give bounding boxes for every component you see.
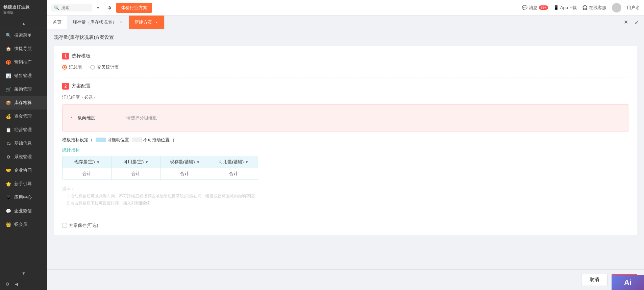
indicator-settings-bar: 模板指标设定（ 可拖动位置 不可拖动位置 ） [62, 137, 629, 143]
sidebar-scroll-down[interactable]: ▼ [22, 271, 26, 276]
indicator-settings-suffix: ） [172, 137, 177, 143]
search-input[interactable] [61, 5, 88, 10]
step2-section: 2 方案配置 汇总维度（必选） * 纵向维度 请选择分组维度 模板指标设定（ [62, 83, 629, 207]
wechat-icon: 💬 [5, 208, 11, 214]
tab-inventory-close-icon[interactable]: × [119, 20, 123, 25]
stats-col-4-label: 可用量(基辅) [219, 159, 244, 165]
sidebar: 畅赚通好生意 标准版 ▲ 🔍 搜索菜单 🏠 快捷导航 🎁 营销推广 📊 销售管理… [0, 0, 47, 290]
tab-inventory[interactable]: 现存量（库存状况表） × [67, 16, 129, 29]
expand-panel-icon[interactable]: ⤢ [633, 18, 641, 26]
stats-table-header: 现存量(主) ▾ 可用量(主) ▾ 现存量(基辅) ▾ [63, 156, 258, 168]
tab-home[interactable]: 首页 [47, 16, 67, 29]
stats-table-row-1: 合计 合计 合计 合计 [63, 168, 258, 179]
non-draggable-legend-label: 不可拖动位置 [143, 137, 170, 143]
guide-icon: 🌟 [5, 181, 11, 187]
radio-summary[interactable]: 汇总表 [62, 64, 82, 70]
member-icon: 👑 [5, 221, 11, 227]
app-download-button[interactable]: 📱 App下载 [553, 5, 577, 11]
tab-new-plan-label: 新建方案 [134, 19, 152, 25]
messages-badge: 99+ [539, 5, 548, 10]
sidebar-item-finance[interactable]: 💰 资金管理 [0, 110, 47, 123]
sidebar-item-label: 营销推广 [14, 59, 32, 65]
ai-float-button[interactable]: Ai [612, 275, 644, 290]
step1-section: 1 选择模板 汇总表 交叉统计表 [62, 53, 629, 70]
sidebar-item-label: 企业协同 [14, 167, 32, 173]
sidebar-item-member[interactable]: 👑 畅会员 [0, 218, 47, 231]
sidebar-item-marketing[interactable]: 🎁 营销推广 [0, 55, 47, 69]
radio-cross[interactable]: 交叉统计表 [90, 64, 119, 70]
tab-new-plan[interactable]: 新建方案 × [129, 16, 165, 29]
sidebar-item-guide[interactable]: 🌟 新手引导 [0, 177, 47, 191]
step2-badge: 2 [62, 83, 69, 90]
search-box: 🔍 [51, 4, 92, 11]
trial-industry-button[interactable]: 体验行业方案 [116, 3, 152, 13]
stats-cell-4: 合计 [209, 168, 258, 179]
stats-section: 统计指标 现存量(主) ▾ 可用量(主) ▾ [62, 147, 629, 180]
home-icon: 🏠 [5, 46, 11, 52]
service-label: 在线客服 [589, 5, 606, 11]
stats-cell-1: 合计 [63, 168, 112, 179]
tips-area: 提示： 1.拖动标题栏可以调整布局，不可跨维度或指标区域拖动栏目字段(只能在同一… [62, 185, 629, 207]
sidebar-item-shortcut[interactable]: 🏠 快捷导航 [0, 42, 47, 55]
tab-home-label: 首页 [53, 19, 61, 25]
radio-cross-circle [90, 65, 95, 70]
save-option-checkbox[interactable] [62, 223, 67, 228]
message-icon: 💬 [522, 5, 527, 10]
cancel-button[interactable]: 取消 [581, 274, 608, 286]
stats-col-3: 现存量(基辅) ▾ [160, 156, 209, 168]
sidebar-item-search[interactable]: 🔍 搜索菜单 [0, 28, 47, 42]
sidebar-item-label: 畅会员 [14, 221, 27, 227]
stats-col-1: 现存量(主) ▾ [63, 156, 112, 168]
sidebar-scroll-up[interactable]: ▲ [22, 21, 26, 26]
search-dropdown-icon[interactable]: ▾ [95, 4, 101, 11]
non-draggable-legend-box [132, 138, 142, 142]
sidebar-item-apps[interactable]: 📱 应用中心 [0, 191, 47, 204]
cart-icon: 🛒 [5, 86, 11, 92]
radio-cross-label: 交叉统计表 [97, 64, 119, 70]
tip-2-prefix: 2.点击标题栏下拉可设置排序、插入列和 [67, 201, 139, 206]
step2-header: 2 方案配置 [62, 83, 629, 90]
tip-1-text: 1.拖动标题栏可以调整布局，不可跨维度或指标区域拖动栏目字段(只能在同一维度或指… [62, 193, 629, 200]
tab-new-plan-close-icon[interactable]: × [154, 20, 159, 25]
collapse-footer-icon[interactable]: ◀ [15, 282, 18, 287]
stats-col-4: 可用量(基辅) ▾ [209, 156, 258, 168]
user-avatar[interactable] [612, 3, 621, 13]
sidebar-item-label: 采购管理 [14, 86, 32, 92]
sidebar-item-wechat[interactable]: 💬 企业微信 [0, 204, 47, 218]
stats-col-1-label: 现存量(主) [74, 159, 95, 165]
sidebar-item-inventory[interactable]: 📦 库存核算 [0, 96, 47, 110]
stats-col-4-dropdown-icon[interactable]: ▾ [246, 160, 248, 165]
sidebar-item-label: 销售管理 [14, 73, 32, 79]
stats-title: 统计指标 [62, 147, 629, 153]
gift-icon: 🎁 [5, 59, 11, 65]
system-icon: ⚙ [5, 154, 11, 160]
sidebar-item-purchase[interactable]: 🛒 采购管理 [0, 82, 47, 96]
sidebar-item-label: 系统管理 [14, 154, 32, 160]
close-panel-icon[interactable]: ✕ [622, 18, 630, 26]
draggable-legend-box [96, 138, 106, 142]
topbar-settings-icon[interactable] [104, 3, 114, 13]
stats-table: 现存量(主) ▾ 可用量(主) ▾ 现存量(基辅) ▾ [62, 156, 258, 180]
stats-col-2-dropdown-icon[interactable]: ▾ [146, 160, 148, 165]
messages-button[interactable]: 💬 消息 99+ [522, 5, 548, 11]
sidebar-nav: 🔍 搜索菜单 🏠 快捷导航 🎁 营销推广 📊 销售管理 🛒 采购管理 📦 库存核… [0, 28, 47, 269]
money-icon: 💰 [5, 113, 11, 119]
stats-col-1-dropdown-icon[interactable]: ▾ [97, 160, 99, 165]
username-label[interactable]: 用户名 [627, 5, 640, 11]
sidebar-item-operations[interactable]: 📋 经营管理 [0, 123, 47, 137]
sidebar-item-sales[interactable]: 📊 销售管理 [0, 69, 47, 82]
online-service-button[interactable]: 🎧 在线客服 [582, 5, 606, 11]
stats-col-3-dropdown-icon[interactable]: ▾ [197, 160, 199, 165]
search-icon: 🔍 [54, 5, 59, 10]
dimension-config-label: 汇总维度（必选） [62, 94, 629, 100]
tip-2-link[interactable]: 删除列 [139, 201, 151, 206]
sidebar-item-label: 企业微信 [14, 208, 32, 214]
save-option-area: 方案保存(可选) [62, 222, 629, 228]
required-mark: * [71, 116, 72, 121]
dimension-area: * 纵向维度 请选择分组维度 [62, 104, 629, 131]
sidebar-item-system[interactable]: ⚙ 系统管理 [0, 150, 47, 164]
sidebar-item-basic[interactable]: 🗂 基础信息 [0, 137, 47, 150]
sidebar-item-cooperation[interactable]: 🤝 企业协同 [0, 164, 47, 177]
settings-footer-icon[interactable]: ⚙ [5, 282, 9, 287]
tip-2-text: 2.点击标题栏下拉可设置排序、插入列和删除列 [62, 200, 629, 207]
